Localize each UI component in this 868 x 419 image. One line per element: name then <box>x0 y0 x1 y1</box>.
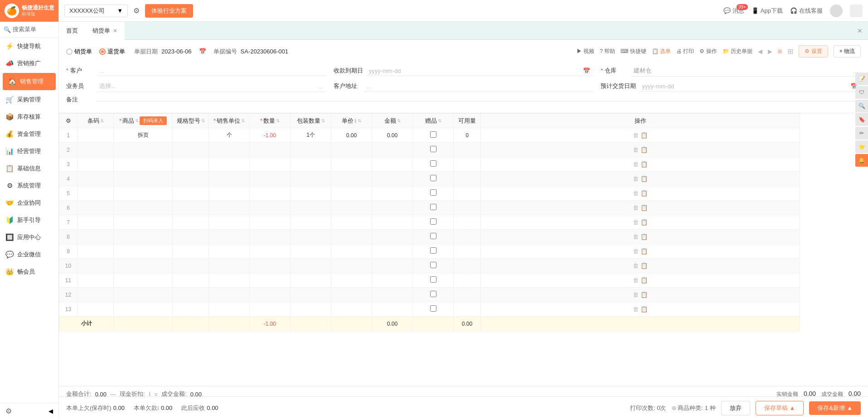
row-pkg-qty[interactable] <box>291 201 331 215</box>
sidebar-item-operations[interactable]: 📊 经营管理 <box>0 143 58 160</box>
row-amount[interactable] <box>372 302 413 317</box>
row-goods[interactable] <box>114 186 173 201</box>
sidebar-search[interactable]: 🔍 搜索菜单 <box>0 22 58 38</box>
row-goods[interactable] <box>114 157 173 172</box>
radio-return[interactable]: 退货单 <box>99 48 125 56</box>
row-spec[interactable] <box>173 157 209 172</box>
row-goods[interactable] <box>114 259 173 273</box>
row-gift[interactable] <box>413 143 454 157</box>
row-copy-icon[interactable]: 📋 <box>640 262 648 269</box>
row-unit[interactable] <box>209 172 250 186</box>
row-qty[interactable] <box>250 288 291 302</box>
row-pkg-qty[interactable] <box>291 259 331 273</box>
tab-bar-close-btn[interactable]: ✕ <box>852 27 868 34</box>
row-qty[interactable] <box>250 186 291 201</box>
pagination-left-icon[interactable]: ◀ <box>758 48 762 55</box>
row-amount[interactable] <box>372 259 413 273</box>
row-amount[interactable] <box>372 172 413 186</box>
sidebar-item-apps[interactable]: 🔲 应用中心 <box>0 229 58 246</box>
row-goods[interactable]: 拆页 <box>114 128 173 143</box>
row-amount[interactable] <box>372 186 413 201</box>
row-copy-icon[interactable]: 📋 <box>640 291 648 298</box>
row-copy-icon[interactable]: 📋 <box>640 190 648 197</box>
row-copy-icon[interactable]: 📋 <box>640 161 648 168</box>
row-gift[interactable] <box>413 288 454 302</box>
row-goods[interactable] <box>114 172 173 186</box>
row-spec[interactable] <box>173 186 209 201</box>
row-pkg-qty[interactable] <box>291 215 331 230</box>
row-unit-price[interactable] <box>331 259 372 273</box>
row-spec[interactable] <box>173 172 209 186</box>
action-choose[interactable]: 📋 选单 <box>652 48 671 55</box>
row-qty[interactable] <box>250 157 291 172</box>
row-pkg-qty[interactable] <box>291 172 331 186</box>
row-unit-price[interactable] <box>331 186 372 201</box>
row-delete-icon[interactable]: 🗑 <box>633 204 639 211</box>
header-online-service[interactable]: 🎧 在线客服 <box>790 7 823 15</box>
float-bookmark-btn[interactable]: 🔖 <box>855 113 868 126</box>
row-barcode[interactable] <box>78 172 114 186</box>
row-qty[interactable] <box>250 273 291 288</box>
row-gift[interactable] <box>413 215 454 230</box>
row-barcode[interactable] <box>78 143 114 157</box>
row-pkg-qty[interactable] <box>291 288 331 302</box>
tab-home[interactable]: 首页 <box>59 22 85 40</box>
abandon-button[interactable]: 放弃 <box>721 401 750 415</box>
row-unit[interactable] <box>209 259 250 273</box>
row-unit[interactable] <box>209 215 250 230</box>
row-pkg-qty[interactable] <box>291 186 331 201</box>
warehouse-input[interactable]: 建材仓 ... <box>630 65 861 77</box>
row-unit[interactable] <box>209 157 250 172</box>
sidebar-item-marketing[interactable]: 📣 营销推广 <box>0 55 58 72</box>
action-operate[interactable]: ⚙ 操作 <box>699 48 717 55</box>
row-unit[interactable] <box>209 244 250 259</box>
row-qty[interactable]: -1.00 <box>250 128 291 143</box>
calendar-icon[interactable]: 📅 <box>583 67 590 74</box>
row-barcode[interactable] <box>78 201 114 215</box>
row-copy-icon[interactable]: 📋 <box>640 306 648 313</box>
row-pkg-qty[interactable]: 1个 <box>291 128 331 143</box>
customer-input[interactable]: ... <box>96 66 326 76</box>
sidebar-item-system[interactable]: ⚙ 系统管理 <box>0 177 58 194</box>
row-barcode[interactable] <box>78 273 114 288</box>
row-gift[interactable] <box>413 128 454 143</box>
action-help[interactable]: ? 帮助 <box>600 48 615 55</box>
row-unit-price[interactable]: 0.00 <box>331 128 372 143</box>
row-unit[interactable] <box>209 186 250 201</box>
row-delete-icon[interactable]: 🗑 <box>633 161 639 168</box>
row-delete-icon[interactable]: 🗑 <box>633 175 639 182</box>
sidebar-item-enterprise[interactable]: 🤝 企业协同 <box>0 194 58 212</box>
row-copy-icon[interactable]: 📋 <box>640 204 648 211</box>
row-spec[interactable] <box>173 288 209 302</box>
row-delete-icon[interactable]: 🗑 <box>633 132 639 139</box>
header-message[interactable]: 💬 消息 99+ <box>723 7 744 15</box>
row-amount[interactable] <box>372 201 413 215</box>
row-delete-icon[interactable]: 🗑 <box>633 306 639 313</box>
row-gift[interactable] <box>413 273 454 288</box>
action-print[interactable]: 🖨 打印 <box>676 48 694 55</box>
row-barcode[interactable] <box>78 288 114 302</box>
action-shortcut[interactable]: ⌨ 快捷键 <box>621 48 646 55</box>
row-unit-price[interactable] <box>331 143 372 157</box>
row-spec[interactable] <box>173 302 209 317</box>
float-star-btn[interactable]: ⭐ <box>855 140 868 153</box>
row-amount[interactable] <box>372 157 413 172</box>
tab-close-icon[interactable]: ✕ <box>113 28 117 34</box>
row-qty[interactable] <box>250 143 291 157</box>
row-qty[interactable] <box>250 259 291 273</box>
row-barcode[interactable] <box>78 186 114 201</box>
receive-date-input[interactable]: yyyy-mm-dd 📅 <box>366 66 594 76</box>
row-pkg-qty[interactable] <box>291 230 331 244</box>
row-goods[interactable] <box>114 302 173 317</box>
row-gift[interactable] <box>413 244 454 259</box>
row-goods[interactable] <box>114 244 173 259</box>
row-barcode[interactable] <box>78 244 114 259</box>
row-delete-icon[interactable]: 🗑 <box>633 262 639 269</box>
float-action-btn[interactable]: 🔔 <box>855 154 868 167</box>
row-spec[interactable] <box>173 244 209 259</box>
row-unit-price[interactable] <box>331 230 372 244</box>
row-pkg-qty[interactable] <box>291 302 331 317</box>
sidebar-collapse-icon[interactable]: ◀ <box>48 408 53 414</box>
row-qty[interactable] <box>250 230 291 244</box>
row-gift[interactable] <box>413 230 454 244</box>
